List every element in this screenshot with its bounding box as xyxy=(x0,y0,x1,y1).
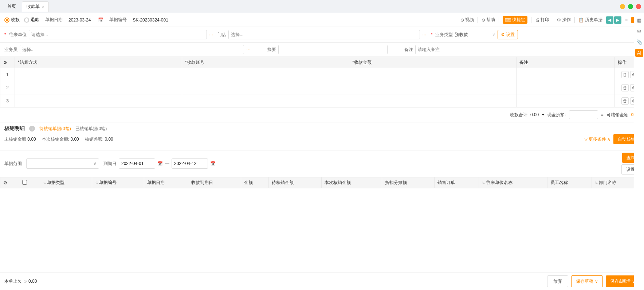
detail-duedate-th: 收款到期日 xyxy=(188,177,241,188)
table-row: 1 🗑 ⊕ xyxy=(0,68,644,81)
table-row: 3 🗑 ⊕ xyxy=(0,94,644,107)
staff-input[interactable] xyxy=(20,45,244,54)
divider1 xyxy=(478,17,478,23)
radio-receive[interactable]: 收款 xyxy=(4,17,20,23)
detail-counterpart-label: 往来单位名称 xyxy=(486,180,513,185)
row-account-2[interactable] xyxy=(182,81,349,94)
row-delete-3[interactable]: 🗑 xyxy=(621,97,629,105)
settings-button[interactable]: ⚙ 设置 xyxy=(498,30,518,39)
nav-next-btn[interactable]: ▶ xyxy=(614,16,621,24)
sidebar-edit-icon[interactable]: Ai xyxy=(635,49,643,57)
bottom-buttons: 放弃 保存草稿 ∨ 保存&新增 ∨ xyxy=(547,275,640,287)
video-btn[interactable]: ⊙ 视频 xyxy=(460,17,474,23)
diff-stat: 核销差额: 0.00 xyxy=(85,136,113,142)
print-btn[interactable]: 🖨 打印 xyxy=(535,17,549,23)
right-sidebar: ▦ ✉ 📎 Ai xyxy=(634,13,644,290)
radio-group: 收款 退款 xyxy=(4,17,39,23)
date-dash: — xyxy=(165,161,169,166)
window-minimize-btn[interactable] xyxy=(620,4,625,9)
row-account-1[interactable] xyxy=(182,68,349,81)
store-more-btn[interactable]: ··· xyxy=(422,32,427,38)
row-remark-3[interactable] xyxy=(516,94,614,107)
row-amount-3[interactable] xyxy=(349,94,516,107)
current-value: 0.00 xyxy=(70,137,79,142)
detail-gear-th[interactable]: ⚙ xyxy=(0,177,19,188)
save-draft-chevron: ∨ xyxy=(595,279,598,284)
date-calendar-icon[interactable]: 📅 xyxy=(98,17,103,23)
note-label: 备注 xyxy=(404,47,413,53)
date-to-input[interactable] xyxy=(172,158,208,169)
counterpart-input[interactable] xyxy=(29,30,207,39)
table-gear-th[interactable]: ⚙ xyxy=(0,57,15,68)
row-settlement-1[interactable] xyxy=(15,68,182,81)
row-settlement-2[interactable] xyxy=(15,81,182,94)
table-account-label: *收款账号 xyxy=(185,60,204,65)
operate-icon: ⚙ xyxy=(557,17,561,23)
unchecked-value: 0.00 xyxy=(27,137,36,142)
tab-home[interactable]: 首页 xyxy=(3,1,20,12)
calendar-to-icon[interactable]: 📅 xyxy=(210,161,216,166)
row-account-3[interactable] xyxy=(182,94,349,107)
window-maximize-btn[interactable] xyxy=(628,4,633,9)
calendar-from-icon[interactable]: 📅 xyxy=(157,161,163,166)
nav-prev-btn[interactable]: ◀ xyxy=(606,16,613,24)
verify-title: 核销明细 xyxy=(4,125,25,132)
settings-btn-label: 设置 xyxy=(506,32,515,38)
sum-row: 收款合计 0.00 + 现金折扣: = 可核销金额 0.00 xyxy=(0,107,644,122)
discount-label: 现金折扣: xyxy=(547,112,566,118)
note-input[interactable] xyxy=(415,45,640,54)
sidebar-clip-icon[interactable]: 📎 xyxy=(635,38,643,46)
shortcut-btn[interactable]: ⌨ 快捷键 xyxy=(503,16,527,24)
abandon-btn[interactable]: 放弃 xyxy=(547,275,568,287)
tab-close-icon[interactable]: × xyxy=(42,4,44,9)
more-conditions-btn[interactable]: ▽ 更多条件 ∧ xyxy=(584,136,610,142)
counterpart-label: 往来单位 xyxy=(9,32,27,38)
table-settlement-th: *结算方式 xyxy=(15,57,182,68)
discount-input[interactable] xyxy=(569,110,598,119)
row-num-1: 1 xyxy=(0,68,15,81)
window-close-btn[interactable] xyxy=(636,4,641,9)
row-settlement-3[interactable] xyxy=(15,94,182,107)
sum-plus: + xyxy=(542,112,544,117)
help-btn[interactable]: ⊙ 帮助 xyxy=(482,17,495,23)
row-amount-1[interactable] xyxy=(349,68,516,81)
toolbar-right: ⊙ 视频 ⊙ 帮助 ⌨ 快捷键 🖨 打印 ⚙ 操作 xyxy=(460,16,640,24)
store-input[interactable] xyxy=(228,30,420,39)
detail-table-section: ⚙ ⇅ 单据类型 ⇅ 单据编号 单据日期 xyxy=(0,177,644,272)
sidebar-table-icon[interactable]: ▦ xyxy=(635,16,643,24)
row-amount-2[interactable] xyxy=(349,81,516,94)
due-label: 到期日 xyxy=(103,161,117,167)
counterpart-more-btn[interactable]: ··· xyxy=(209,32,213,38)
detail-select-all[interactable] xyxy=(22,180,27,185)
business-type-chevron[interactable]: ∨ xyxy=(492,32,495,37)
save-draft-btn[interactable]: 保存草稿 ∨ xyxy=(571,275,603,287)
date-from-input[interactable] xyxy=(119,158,155,169)
row-delete-2[interactable]: 🗑 xyxy=(621,84,629,91)
tab-receipt[interactable]: 收款单 × xyxy=(22,1,49,12)
done-tab[interactable]: 已核销单据(0笔) xyxy=(75,126,107,132)
range-select[interactable]: ∨ xyxy=(26,158,99,169)
per-page-icon[interactable]: ⊙ xyxy=(23,279,27,284)
staff-more-btn[interactable]: ··· xyxy=(246,47,251,52)
detail-checkbox-th[interactable] xyxy=(19,177,40,188)
detail-staff-label: 员工名称 xyxy=(550,180,568,185)
row-delete-1[interactable]: 🗑 xyxy=(621,71,629,78)
row-remark-1[interactable] xyxy=(516,68,614,81)
radio-refund[interactable]: 退款 xyxy=(24,17,39,23)
operate-btn[interactable]: ⚙ 操作 xyxy=(557,17,571,23)
sidebar-mail-icon[interactable]: ✉ xyxy=(635,27,643,35)
row-remark-2[interactable] xyxy=(516,81,614,94)
detail-current-th: 本次核销金额 xyxy=(321,177,382,188)
summary-input[interactable] xyxy=(278,45,388,54)
history-label: 历史单据 xyxy=(585,17,602,23)
layout-btn[interactable]: ≡ xyxy=(625,17,628,23)
history-btn[interactable]: 📋 历史单据 xyxy=(578,17,602,23)
verify-info-icon[interactable]: i xyxy=(29,126,35,132)
detail-duedate-label: 收款到期日 xyxy=(191,180,213,185)
business-type-row: * 业务类型 预收款 ∨ ⚙ 设置 xyxy=(431,30,640,39)
nav-arrows: ◀ ▶ xyxy=(606,16,621,24)
pending-tab[interactable]: 待核销单据(0笔) xyxy=(39,126,71,132)
detail-sales-label: 销售订单 xyxy=(437,180,455,185)
print-icon: 🖨 xyxy=(535,17,539,23)
table-remark-label: 备注 xyxy=(519,60,528,65)
